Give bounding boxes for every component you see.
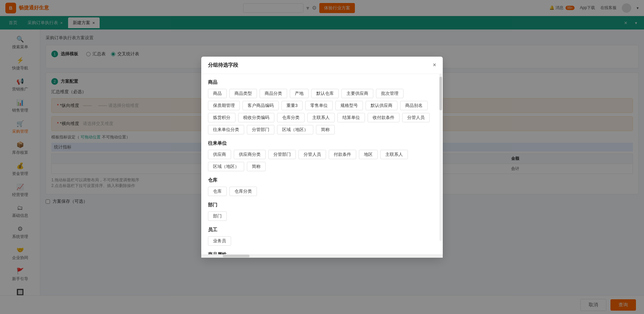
modal-body: 商品 商品 商品类型 商品分类 产地 默认仓库 主要供应商 批次管理 保质期管理… <box>201 74 443 254</box>
modal-title: 分组待选字段 <box>208 62 238 68</box>
modal: 分组待选字段 × 商品 商品 商品类型 商品分类 产地 默认仓库 主要供应商 批… <box>201 57 443 258</box>
chip-goods-8[interactable]: 客户商品编码 <box>243 101 279 110</box>
chip-partner-5[interactable]: 地区 <box>359 150 378 159</box>
chip-warehouse-0[interactable]: 仓库 <box>208 187 227 196</box>
section-goods-chips: 商品 商品类型 商品分类 产地 默认仓库 主要供应商 批次管理 保质期管理 客户… <box>208 89 436 134</box>
chip-goods-9[interactable]: 重量3 <box>281 101 303 110</box>
chip-partner-6[interactable]: 主联系人 <box>380 150 408 159</box>
section-attr: 商品属性 属性 颜色 多规格 尺码 鞋码 1 <box>208 252 436 254</box>
modal-scrollbar-thumb[interactable] <box>439 77 442 110</box>
chip-goods-17[interactable]: 主联系人 <box>307 113 335 122</box>
section-dept-title: 部门 <box>208 202 436 208</box>
chip-goods-20[interactable]: 分管人员 <box>402 113 430 122</box>
modal-header: 分组待选字段 × <box>201 57 443 74</box>
chip-partner-7[interactable]: 区域（地区） <box>208 162 244 171</box>
section-dept: 部门 部门 <box>208 202 436 221</box>
chip-goods-13[interactable]: 商品别名 <box>400 101 428 110</box>
chip-goods-0[interactable]: 商品 <box>208 89 227 98</box>
chip-goods-6[interactable]: 批次管理 <box>376 89 404 98</box>
chip-goods-14[interactable]: 炼货积分 <box>208 113 235 122</box>
chip-goods-2[interactable]: 商品分类 <box>260 89 287 98</box>
modal-hscrollbar[interactable] <box>201 254 443 258</box>
chip-partner-1[interactable]: 供应商分类 <box>234 150 266 159</box>
chip-goods-23[interactable]: 区域（地区） <box>277 125 313 134</box>
modal-overlay: 分组待选字段 × 商品 商品 商品类型 商品分类 产地 默认仓库 主要供应商 批… <box>0 0 644 314</box>
section-partner-title: 往来单位 <box>208 140 436 146</box>
chip-goods-18[interactable]: 结算单位 <box>337 113 365 122</box>
section-attr-title: 商品属性 <box>208 252 436 254</box>
chip-partner-8[interactable]: 简称 <box>247 162 266 171</box>
chip-partner-3[interactable]: 分管人员 <box>299 150 326 159</box>
chip-partner-0[interactable]: 供应商 <box>208 150 231 159</box>
modal-scrollbar-track[interactable] <box>439 73 442 241</box>
chip-goods-4[interactable]: 默认仓库 <box>311 89 339 98</box>
chip-goods-5[interactable]: 主要供应商 <box>341 89 373 98</box>
section-goods: 商品 商品 商品类型 商品分类 产地 默认仓库 主要供应商 批次管理 保质期管理… <box>208 79 436 134</box>
section-warehouse-chips: 仓库 仓库分类 <box>208 187 436 196</box>
chip-goods-7[interactable]: 保质期管理 <box>208 101 240 110</box>
chip-goods-12[interactable]: 默认供应商 <box>366 101 397 110</box>
section-partner: 往来单位 供应商 供应商分类 分管部门 分管人员 付款条件 地区 主联系人 区域… <box>208 140 436 171</box>
chip-goods-15[interactable]: 税收分类编码 <box>238 113 274 122</box>
section-employee-chips: 业务员 <box>208 236 436 246</box>
section-warehouse-title: 仓库 <box>208 177 436 183</box>
chip-goods-3[interactable]: 产地 <box>290 89 309 98</box>
modal-close-button[interactable]: × <box>433 62 436 68</box>
chip-warehouse-1[interactable]: 仓库分类 <box>229 187 257 196</box>
chip-goods-24[interactable]: 简称 <box>316 125 335 134</box>
section-warehouse: 仓库 仓库 仓库分类 <box>208 177 436 196</box>
chip-partner-4[interactable]: 付款条件 <box>329 150 356 159</box>
section-employee-title: 员工 <box>208 227 436 233</box>
chip-dept-0[interactable]: 部门 <box>208 211 227 221</box>
chip-goods-10[interactable]: 零售单位 <box>305 101 333 110</box>
section-goods-title: 商品 <box>208 79 436 85</box>
chip-goods-19[interactable]: 收付款条件 <box>368 113 399 122</box>
chip-goods-11[interactable]: 规格型号 <box>335 101 363 110</box>
section-dept-chips: 部门 <box>208 211 436 221</box>
modal-hscrollbar-thumb[interactable] <box>223 255 250 257</box>
chip-goods-1[interactable]: 商品类型 <box>229 89 257 98</box>
chip-goods-16[interactable]: 仓库分类 <box>277 113 305 122</box>
section-employee: 员工 业务员 <box>208 227 436 246</box>
chip-employee-0[interactable]: 业务员 <box>208 236 231 246</box>
chip-partner-2[interactable]: 分管部门 <box>268 150 296 159</box>
section-partner-chips: 供应商 供应商分类 分管部门 分管人员 付款条件 地区 主联系人 区域（地区） … <box>208 150 436 171</box>
chip-goods-21[interactable]: 往来单位分类 <box>208 125 244 134</box>
chip-goods-22[interactable]: 分管部门 <box>247 125 274 134</box>
